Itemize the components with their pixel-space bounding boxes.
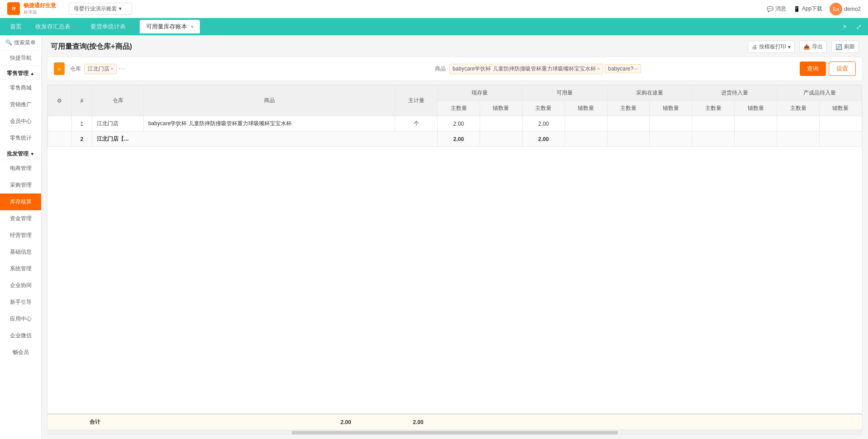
sidebar-item-finance[interactable]: 资金管理 — [0, 210, 41, 227]
logo-icon: 好 — [7, 2, 20, 15]
footer-stock-main: 2.00 — [328, 419, 364, 425]
sidebar-quick-nav[interactable]: 快捷导航 — [0, 51, 41, 66]
sidebar-item-operations[interactable]: 经营管理 — [0, 227, 41, 244]
message-icon: 💬 — [767, 6, 774, 12]
stock-group-header: 现存量 — [438, 85, 523, 101]
settings-col-header[interactable]: ⚙ — [48, 85, 72, 116]
group-production-aux — [819, 132, 862, 147]
purchase-group-header: 采购在途量 — [607, 85, 692, 101]
production-group-header: 产成品待入量 — [777, 85, 862, 101]
table-footer: 合计 2.00 2.00 — [47, 414, 863, 430]
close-tab-1[interactable]: × — [74, 24, 77, 29]
chevron-down-icon: ▾ — [119, 5, 122, 12]
expand-tabs-btn[interactable]: ⤢ — [853, 22, 864, 32]
close-tab-2[interactable]: × — [129, 24, 132, 29]
tab-available-inventory[interactable]: 可用量库存账本 × — [140, 20, 200, 33]
group-production-main — [777, 132, 820, 147]
production-aux-qty-header: 辅数量 — [819, 101, 862, 116]
refresh-btn[interactable]: 🔄 刷新 — [831, 41, 859, 53]
header-actions: 🖨 按模板打印 ▾ 📤 导出 🔄 刷新 — [748, 41, 859, 53]
inventory-table: ⚙ # 仓库 商品 主计量 现存量 可用量 采购在途量 进货待入量 产成品待入量… — [47, 85, 862, 147]
group-available-aux — [565, 132, 607, 147]
group-inbound-main — [692, 132, 735, 147]
group-label: 江北门店【... — [92, 132, 438, 147]
sidebar-item-ecommerce[interactable]: 电商管理 — [0, 160, 41, 177]
row-1-product: babycare学饮杯 儿童防摔防撞吸管杯重力球吸嘴杯宝宝水杯 — [143, 116, 395, 132]
production-main-qty-header: 主数量 — [777, 101, 820, 116]
stock-main-qty-header: 主数量 — [438, 101, 480, 116]
scrollbar-thumb[interactable] — [292, 431, 618, 434]
table-header-row-1: ⚙ # 仓库 商品 主计量 现存量 可用量 采购在途量 进货待入量 产成品待入量 — [48, 85, 862, 101]
sidebar-item-guide[interactable]: 新手引导 — [0, 294, 41, 311]
row-1-warehouse: 江北门店 — [92, 116, 144, 132]
top-bar-left: 好 畅捷通好生意 标准版 母婴行业演示账套 ▾ — [7, 2, 132, 15]
warehouse-tag: 江北门店 × — [85, 64, 117, 74]
user-menu[interactable]: Ea demo2 — [830, 3, 861, 15]
industry-selector[interactable]: 母婴行业演示账套 ▾ — [69, 3, 132, 15]
horizontal-scrollbar[interactable] — [47, 430, 863, 435]
stock-aux-qty-header: 辅数量 — [480, 101, 522, 116]
brand-name: 畅捷通好生意 — [24, 2, 56, 9]
sidebar-item-enterprise[interactable]: 企业协同 — [0, 277, 41, 294]
sidebar-item-member[interactable]: 畅会员 — [0, 344, 41, 361]
tab-receivable-summary[interactable]: 收发存汇总表 × — [29, 20, 83, 33]
product-tag-1: babycare学饮杯 儿童防摔防撞吸管杯重力球吸嘴杯宝宝水杯 × — [449, 64, 603, 74]
footer-label: 合计 — [52, 418, 138, 426]
top-bar-right: 💬 消息 📱 App下载 Ea demo2 — [767, 3, 861, 15]
footer-available-main: 2.00 — [400, 419, 436, 425]
sidebar-item-membership[interactable]: 会员中心 — [0, 113, 41, 130]
sidebar-item-purchase[interactable]: 采购管理 — [0, 177, 41, 194]
remove-warehouse-tag[interactable]: × — [111, 66, 113, 71]
sidebar-item-wholesale[interactable]: 批发管理 ▼ — [0, 146, 41, 160]
group-stock-main: 2.00 — [438, 132, 480, 147]
close-all-tabs-btn[interactable]: × — [840, 22, 849, 32]
filter-actions: 查询 设置 — [800, 61, 856, 76]
row-1-available-main: 2.00 — [522, 116, 565, 132]
tab-home[interactable]: 首页 — [4, 20, 28, 33]
main-unit-col-header: 主计量 — [395, 85, 438, 116]
arrow-down-icon: ▼ — [30, 151, 35, 156]
row-1-purchase-main — [607, 116, 650, 132]
warehouse-more-btn[interactable]: ··· — [118, 65, 126, 73]
main-layout: 🔍 搜索菜单 快捷导航 零售管理 ▲ 零售商城 营销推广 会员中心 零售统计 批… — [0, 35, 868, 439]
product-filter-label: 商品 — [435, 65, 446, 73]
print-icon: 🖨 — [752, 44, 757, 50]
page-header: 可用量查询(按仓库+商品) 🖨 按模板打印 ▾ 📤 导出 🔄 刷新 — [42, 35, 868, 57]
nav-tabs: 首页 收发存汇总表 × 要货单统计表 × 可用量库存账本 × × ⤢ — [0, 18, 868, 35]
sidebar-item-wechat[interactable]: 企业微信 — [0, 327, 41, 344]
sidebar-item-system[interactable]: 系统管理 — [0, 260, 41, 277]
avatar: Ea — [830, 3, 842, 15]
group-stock-aux — [480, 132, 522, 147]
tab-order-stats[interactable]: 要货单统计表 × — [84, 20, 138, 33]
query-button[interactable]: 查询 — [800, 61, 826, 76]
filter-expand-btn[interactable]: » — [54, 62, 65, 75]
sidebar-item-inventory[interactable]: 库存核算 — [0, 194, 41, 210]
sidebar-item-basic-info[interactable]: 基础信息 — [0, 244, 41, 260]
available-main-qty-header: 主数量 — [522, 101, 565, 116]
settings-button[interactable]: 设置 — [829, 61, 856, 76]
app-download-btn[interactable]: 📱 App下载 — [793, 5, 822, 13]
nav-right-actions: × ⤢ — [840, 22, 864, 32]
sidebar-item-marketing[interactable]: 营销推广 — [0, 96, 41, 113]
group-purchase-main — [607, 132, 650, 147]
available-group-header: 可用量 — [522, 85, 607, 101]
export-btn[interactable]: 📤 导出 — [799, 41, 827, 53]
row-1-unit: 个 — [395, 116, 438, 132]
message-btn[interactable]: 💬 消息 — [767, 5, 786, 13]
group-available-main: 2.00 — [522, 132, 565, 147]
export-icon: 📤 — [803, 44, 810, 50]
sidebar-item-retail-stats[interactable]: 零售统计 — [0, 130, 41, 146]
print-chevron-icon: ▾ — [788, 44, 791, 50]
remove-product-tag-1[interactable]: × — [597, 66, 600, 71]
sidebar-item-retail-management[interactable]: 零售管理 ▲ — [0, 66, 41, 80]
row-1-check[interactable] — [48, 116, 72, 132]
print-btn[interactable]: 🖨 按模板打印 ▾ — [748, 41, 795, 53]
sidebar-search[interactable]: 🔍 搜索菜单 — [0, 35, 41, 51]
sidebar-item-app-center[interactable]: 应用中心 — [0, 311, 41, 327]
group-inbound-aux — [735, 132, 777, 147]
sidebar-item-retail-mall[interactable]: 零售商城 — [0, 80, 41, 96]
top-bar: 好 畅捷通好生意 标准版 母婴行业演示账套 ▾ 💬 消息 📱 App下载 Ea … — [0, 0, 868, 18]
table-container: ⚙ # 仓库 商品 主计量 现存量 可用量 采购在途量 进货待入量 产成品待入量… — [47, 85, 863, 414]
close-tab-3[interactable]: × — [191, 24, 193, 29]
available-aux-qty-header: 辅数量 — [565, 101, 607, 116]
